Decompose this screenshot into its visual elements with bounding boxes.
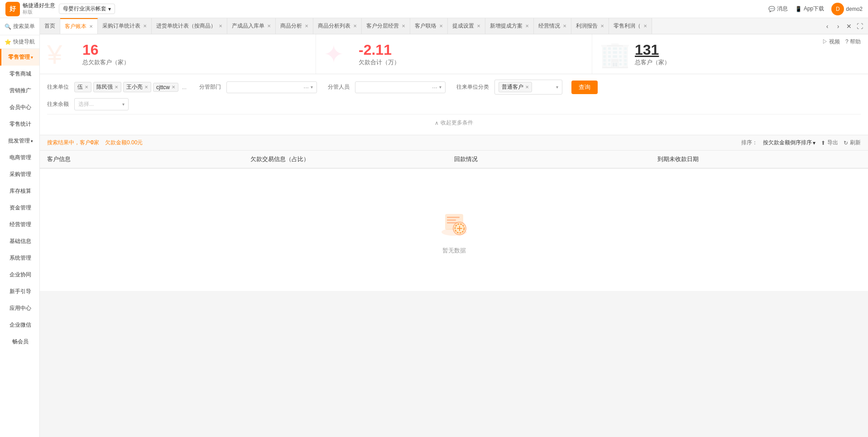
filter-person-more[interactable]: ··· [432,84,437,91]
sidebar-item-retail-stats[interactable]: 零售统计 [0,116,39,133]
tab-label: 利润报告 [576,22,598,30]
tab-operations[interactable]: 经营情况 ✕ [534,18,571,34]
sidebar-item-inventory[interactable]: 库存核算 [0,183,39,200]
sidebar-item-retail-mgmt[interactable]: 零售管理 ▾ [0,49,39,66]
table-col-due-date: 到期未收款日期 [657,155,861,163]
stats-row: ¥ 16 总欠款客户（家） ✦ -2.11 欠款合计（万） ▷ 视频 [40,34,868,74]
tab-inbound-stats[interactable]: 进货单统计表（按商品） ✕ [152,18,227,34]
sidebar-item-enterprise-wechat[interactable]: 企业微信 [0,317,39,333]
tab-close-icon[interactable]: ✕ [563,24,566,28]
tab-customer-connect[interactable]: 客户联络 ✕ [410,18,448,34]
sort-select[interactable]: 按欠款金额倒序排序 ▾ [763,139,815,147]
tab-profit-report[interactable]: 利润报告 ✕ [571,18,609,34]
sidebar-item-purchase-mgmt[interactable]: 采购管理 [0,166,39,183]
tab-close-icon[interactable]: ✕ [402,24,405,28]
filter-more-tags[interactable]: ... [180,83,188,91]
stat-bg-icon-blue: 🏢 [599,39,631,69]
sidebar-quick-nav[interactable]: ⭐ 快捷导航 [0,35,39,49]
filter-person-select[interactable]: ··· ▾ [355,81,446,93]
sidebar-item-marketing[interactable]: 营销推广 [0,82,39,99]
sidebar-item-basic-info[interactable]: 基础信息 [0,233,39,250]
sidebar-item-ecommerce-mgmt[interactable]: 电商管理 [0,149,39,166]
help-action[interactable]: ? 帮助 [845,38,861,46]
filter-dept-label: 分管部门 [199,83,221,91]
sidebar-item-enterprise-collab[interactable]: 企业协同 [0,266,39,283]
filter-balance-placeholder: 选择... [78,100,120,108]
tab-scroll-left[interactable]: ‹ [823,22,832,31]
tab-bar: 首页 客户账本 ✕ 采购订单统计表 ✕ 进货单统计表（按商品） ✕ 产成品入库单… [40,18,868,34]
tab-product-analysis-list[interactable]: 商品分析列表 ✕ [313,18,362,34]
tab-retail-profit[interactable]: 零售利润（ ✕ [609,18,652,34]
system-selector-label: 母婴行业演示帐套 [63,5,106,13]
tab-tip-settings[interactable]: 提成设置 ✕ [448,18,485,34]
tab-close-icon[interactable]: ✕ [643,24,647,28]
tab-close-all[interactable]: ✕ [844,22,854,31]
tab-close-icon[interactable]: ✕ [267,24,271,28]
system-selector[interactable]: 母婴行业演示帐套 ▾ [59,4,115,14]
export-button[interactable]: ⬆ 导出 [821,139,838,147]
video-action[interactable]: ▷ 视频 [822,38,840,46]
tab-customer-book[interactable]: 客户账本 ✕ [60,18,98,34]
filter-tag-remove[interactable]: ✕ [525,85,529,90]
filter-row-unit: 往来单位 伍 ✕ 陈民强 ✕ 王小亮 ✕ [47,80,861,95]
filter-unit-label: 往来单位 [47,83,69,91]
query-button[interactable]: 查询 [571,81,598,94]
tab-close-icon[interactable]: ✕ [439,24,443,28]
refresh-button[interactable]: ↻ 刷新 [844,139,861,147]
sidebar-item-system-mgmt[interactable]: 系统管理 [0,250,39,266]
sidebar-item-label: 库存核算 [10,188,31,194]
tab-scroll-right[interactable]: › [834,22,843,31]
filter-tag-remove[interactable]: ✕ [172,85,175,90]
filter-balance-select[interactable]: 选择... ▾ [74,98,129,110]
tab-controls: ‹ › ✕ ⛶ [819,22,868,31]
tab-close-icon[interactable]: ✕ [89,24,93,29]
table-col-payment: 回款情况 [454,155,657,163]
filter-tag-remove[interactable]: ✕ [115,85,118,90]
download-icon: 📱 [795,6,802,12]
sidebar-item-label: 应用中心 [10,305,31,311]
tab-close-icon[interactable]: ✕ [353,24,357,28]
sidebar-item-ops-mgmt[interactable]: 经营管理 [0,216,39,233]
search-icon: 🔍 [5,24,11,30]
tab-close-icon[interactable]: ✕ [525,24,529,28]
filter-tag-remove[interactable]: ✕ [144,85,148,90]
sidebar-item-app-center[interactable]: 应用中心 [0,300,39,317]
app-download-button[interactable]: 📱 App下载 [795,5,824,13]
content-area: 首页 客户账本 ✕ 采购订单统计表 ✕ 进货单统计表（按商品） ✕ 产成品入库单… [40,18,868,437]
sidebar-item-vip-member[interactable]: 畅会员 [0,333,39,350]
sidebar-item-member-center[interactable]: 会员中心 [0,99,39,116]
sidebar-item-label: 电商管理 [10,154,31,161]
star-icon: ⭐ [5,39,11,45]
tab-product-analysis[interactable]: 商品分析 ✕ [276,18,313,34]
tab-product-inbound[interactable]: 产成品入库单 ✕ [227,18,276,34]
filter-area: 往来单位 伍 ✕ 陈民强 ✕ 王小亮 ✕ [40,74,868,135]
tab-new-tip-plan[interactable]: 新增提成方案 ✕ [485,18,534,34]
tab-home[interactable]: 首页 [40,18,60,34]
tab-customer-segment[interactable]: 客户分层经营 ✕ [362,18,410,34]
sidebar-item-retail-mall[interactable]: 零售商城 [0,66,39,82]
search-result-unit: 家 [94,139,99,146]
tab-purchase-order-stats[interactable]: 采购订单统计表 ✕ [98,18,152,34]
tab-close-icon[interactable]: ✕ [305,24,308,28]
tab-close-icon[interactable]: ✕ [143,24,147,28]
sidebar-item-label: 企业协同 [10,271,31,278]
tab-close-icon[interactable]: ✕ [219,24,222,28]
filter-dept-more[interactable]: ··· [303,84,309,91]
filter-tag-remove[interactable]: ✕ [85,85,88,90]
sidebar-item-wholesale-mgmt[interactable]: 批发管理 ▾ [0,133,39,149]
user-menu[interactable]: D demo2 [831,3,863,15]
sidebar-item-new-guide[interactable]: 新手引导 [0,283,39,300]
filter-unit-class-select[interactable]: 普通客户 ✕ ▾ [494,80,562,95]
sidebar-search[interactable]: 🔍 搜索菜单 [0,18,39,35]
tab-close-icon[interactable]: ✕ [600,24,604,28]
message-button[interactable]: 💬 消息 [768,5,788,13]
sidebar-item-finance-mgmt[interactable]: 资金管理 [0,200,39,216]
tab-close-icon[interactable]: ✕ [477,24,480,28]
search-result-prefix: 搜索结果中，客户 [47,139,91,146]
filter-tag-normal-customer: 普通客户 ✕ [499,82,532,92]
collapse-button[interactable]: ∧ 收起更多条件 [435,116,473,129]
sidebar-item-label: 零售商城 [10,71,31,77]
filter-dept-select[interactable]: ··· ▾ [226,81,317,93]
sidebar-item-label: 批发管理 [8,137,30,145]
tab-expand[interactable]: ⛶ [855,22,864,31]
